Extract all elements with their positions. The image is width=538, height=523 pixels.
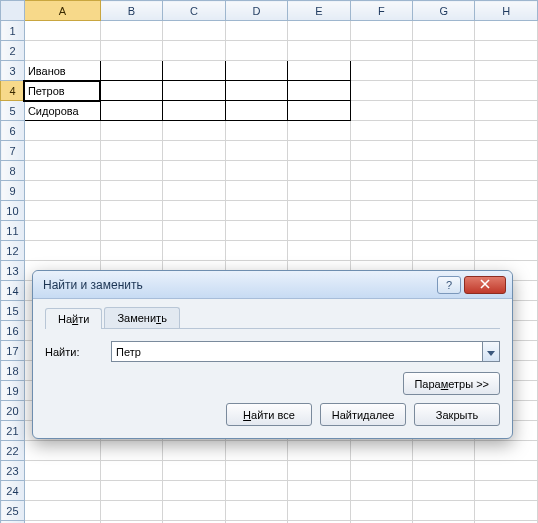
col-header-D[interactable]: D [225,1,287,21]
cell-H8[interactable] [475,161,538,181]
cell-F2[interactable] [350,41,412,61]
cell-F11[interactable] [350,221,412,241]
cell-B23[interactable] [100,461,162,481]
cell-E3[interactable] [288,61,350,81]
cell-C9[interactable] [163,181,225,201]
cell-F5[interactable] [350,101,412,121]
cell-A22[interactable] [24,441,100,461]
cell-F10[interactable] [350,201,412,221]
cell-A4[interactable]: Петров [24,81,100,101]
cell-C12[interactable] [163,241,225,261]
cell-F1[interactable] [350,21,412,41]
cell-C11[interactable] [163,221,225,241]
cell-H9[interactable] [475,181,538,201]
cell-C6[interactable] [163,121,225,141]
cell-H23[interactable] [475,461,538,481]
cell-E25[interactable] [288,501,350,521]
cell-F8[interactable] [350,161,412,181]
row-header-5[interactable]: 5 [1,101,25,121]
help-button[interactable]: ? [437,276,461,294]
cell-C8[interactable] [163,161,225,181]
cell-H3[interactable] [475,61,538,81]
cell-F4[interactable] [350,81,412,101]
cell-G6[interactable] [413,121,475,141]
cell-D4[interactable] [225,81,287,101]
cell-E5[interactable] [288,101,350,121]
row-header-22[interactable]: 22 [1,441,25,461]
col-header-B[interactable]: B [100,1,162,21]
cell-H24[interactable] [475,481,538,501]
row-header-20[interactable]: 20 [1,401,25,421]
cell-G24[interactable] [413,481,475,501]
cell-G7[interactable] [413,141,475,161]
cell-A9[interactable] [24,181,100,201]
row-header-11[interactable]: 11 [1,221,25,241]
dialog-titlebar[interactable]: Найти и заменить ? [33,271,512,299]
cell-A11[interactable] [24,221,100,241]
cell-A2[interactable] [24,41,100,61]
cell-E22[interactable] [288,441,350,461]
cell-F22[interactable] [350,441,412,461]
cell-D25[interactable] [225,501,287,521]
cell-A5[interactable]: Сидорова [24,101,100,121]
cell-G25[interactable] [413,501,475,521]
cell-D2[interactable] [225,41,287,61]
cell-B6[interactable] [100,121,162,141]
cell-C2[interactable] [163,41,225,61]
row-header-4[interactable]: 4 [1,81,25,101]
row-header-2[interactable]: 2 [1,41,25,61]
row-header-16[interactable]: 16 [1,321,25,341]
row-header-6[interactable]: 6 [1,121,25,141]
cell-D9[interactable] [225,181,287,201]
tab-replace[interactable]: Заменить [104,307,179,328]
cell-B25[interactable] [100,501,162,521]
cell-E24[interactable] [288,481,350,501]
row-header-3[interactable]: 3 [1,61,25,81]
cell-A7[interactable] [24,141,100,161]
cell-C1[interactable] [163,21,225,41]
cell-D3[interactable] [225,61,287,81]
col-header-G[interactable]: G [413,1,475,21]
row-header-21[interactable]: 21 [1,421,25,441]
cell-F7[interactable] [350,141,412,161]
row-header-10[interactable]: 10 [1,201,25,221]
cell-B22[interactable] [100,441,162,461]
col-header-F[interactable]: F [350,1,412,21]
cell-H6[interactable] [475,121,538,141]
cell-G9[interactable] [413,181,475,201]
row-header-14[interactable]: 14 [1,281,25,301]
cell-G3[interactable] [413,61,475,81]
find-all-button[interactable]: Найти все [226,403,312,426]
cell-E23[interactable] [288,461,350,481]
cell-H7[interactable] [475,141,538,161]
cell-A8[interactable] [24,161,100,181]
row-header-18[interactable]: 18 [1,361,25,381]
cell-H10[interactable] [475,201,538,221]
cell-B9[interactable] [100,181,162,201]
col-header-A[interactable]: A [24,1,100,21]
cell-E2[interactable] [288,41,350,61]
cell-H25[interactable] [475,501,538,521]
cell-E9[interactable] [288,181,350,201]
cell-F6[interactable] [350,121,412,141]
cell-C25[interactable] [163,501,225,521]
cell-B8[interactable] [100,161,162,181]
cell-C23[interactable] [163,461,225,481]
cell-C7[interactable] [163,141,225,161]
cell-G1[interactable] [413,21,475,41]
col-header-E[interactable]: E [288,1,350,21]
cell-H1[interactable] [475,21,538,41]
cell-H12[interactable] [475,241,538,261]
cell-E8[interactable] [288,161,350,181]
cell-E1[interactable] [288,21,350,41]
row-header-1[interactable]: 1 [1,21,25,41]
row-header-12[interactable]: 12 [1,241,25,261]
cell-B5[interactable] [100,101,162,121]
cell-D5[interactable] [225,101,287,121]
cell-E11[interactable] [288,221,350,241]
cell-D1[interactable] [225,21,287,41]
cell-G11[interactable] [413,221,475,241]
cell-A1[interactable] [24,21,100,41]
dialog-close-button[interactable] [464,276,506,294]
cell-F24[interactable] [350,481,412,501]
